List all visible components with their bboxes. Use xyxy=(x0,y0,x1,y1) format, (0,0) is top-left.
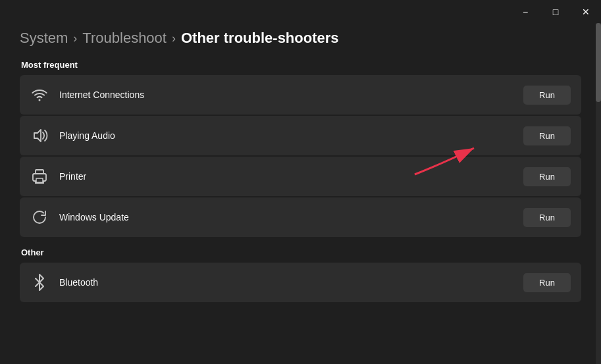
minimize-button[interactable]: − xyxy=(510,0,540,23)
item-left: Windows Update xyxy=(30,208,129,226)
list-item: Windows Update Run xyxy=(20,197,581,237)
list-item: Internet Connections Run xyxy=(20,75,581,115)
item-left: Bluetooth xyxy=(30,273,98,292)
scrollbar-track xyxy=(596,23,601,364)
item-left: Playing Audio xyxy=(30,126,115,145)
item-label: Printer xyxy=(59,171,86,182)
run-printer-button[interactable]: Run xyxy=(523,167,571,186)
list-item: Playing Audio Run xyxy=(20,116,581,155)
breadcrumb-troubleshoot[interactable]: Troubleshoot xyxy=(82,30,167,47)
main-content: System › Troubleshoot › Other trouble-sh… xyxy=(0,23,601,326)
item-label: Internet Connections xyxy=(59,90,144,100)
run-bluetooth-button[interactable]: Run xyxy=(523,273,571,292)
run-update-button[interactable]: Run xyxy=(523,208,571,227)
bluetooth-icon xyxy=(30,273,49,292)
breadcrumb: System › Troubleshoot › Other trouble-sh… xyxy=(20,30,581,47)
breadcrumb-sep-2: › xyxy=(172,32,176,45)
frequent-list: Internet Connections Run Playing Audio R… xyxy=(20,75,581,237)
svg-marker-1 xyxy=(34,130,41,142)
breadcrumb-sep-1: › xyxy=(73,32,77,45)
section-header-frequent: Most frequent xyxy=(20,60,581,70)
svg-point-0 xyxy=(39,99,41,101)
update-icon xyxy=(30,208,49,226)
item-left: Internet Connections xyxy=(30,86,144,104)
title-bar: − □ ✕ xyxy=(0,0,601,23)
scrollbar-thumb[interactable] xyxy=(596,23,601,102)
printer-icon xyxy=(30,167,49,186)
run-audio-button[interactable]: Run xyxy=(523,126,571,145)
audio-icon xyxy=(30,126,49,145)
item-left: Printer xyxy=(30,167,86,186)
section-header-other: Other xyxy=(20,247,581,257)
item-label: Bluetooth xyxy=(59,277,98,288)
breadcrumb-current: Other trouble-shooters xyxy=(181,30,339,47)
svg-rect-3 xyxy=(36,178,43,182)
run-internet-button[interactable]: Run xyxy=(523,86,571,105)
item-label: Playing Audio xyxy=(59,130,115,141)
list-item: Bluetooth Run xyxy=(20,263,581,302)
maximize-button[interactable]: □ xyxy=(540,0,571,23)
wifi-icon xyxy=(30,86,49,104)
other-list: Bluetooth Run xyxy=(20,263,581,302)
window-controls: − □ ✕ xyxy=(510,0,601,23)
close-button[interactable]: ✕ xyxy=(571,0,601,23)
list-item: Printer Run xyxy=(20,157,581,196)
item-label: Windows Update xyxy=(59,212,129,222)
breadcrumb-system[interactable]: System xyxy=(20,30,68,47)
